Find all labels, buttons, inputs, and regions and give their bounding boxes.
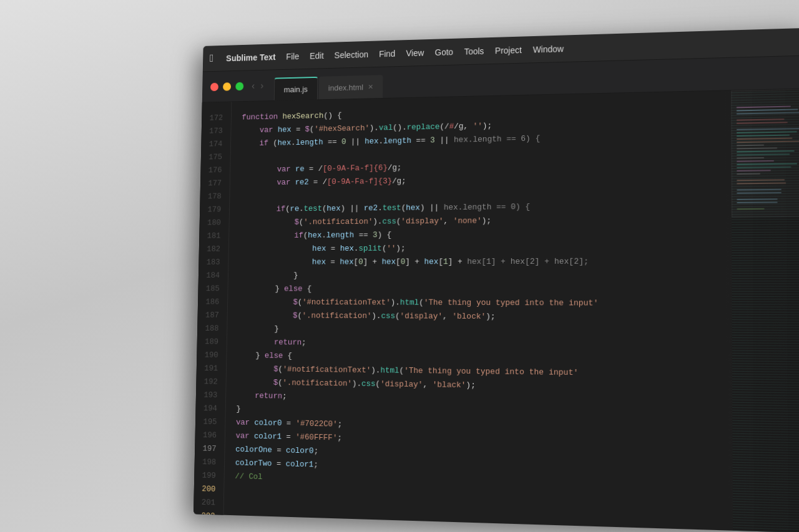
code-content[interactable]: function hexSearch() { var hex = $('#hex… — [223, 90, 733, 531]
traffic-lights — [210, 82, 243, 91]
line-number: 181 — [199, 230, 220, 243]
menu-goto[interactable]: Goto — [435, 47, 454, 57]
code-line-182: hex = hex.split(''); — [239, 240, 732, 256]
line-number: 197 — [195, 442, 217, 456]
line-number: 172 — [202, 112, 223, 125]
minimap-viewport — [731, 89, 799, 217]
close-button[interactable] — [210, 82, 218, 91]
line-number: 182 — [199, 243, 220, 256]
line-number: 185 — [198, 283, 220, 296]
laptop-frame:  Sublime Text File Edit Selection Find … — [0, 0, 799, 532]
minimap[interactable] — [731, 89, 799, 532]
line-number: 191 — [197, 362, 218, 375]
menu-file[interactable]: File — [286, 51, 299, 61]
editor-area: 172 173 174 175 176 177 178 179 180 181 … — [194, 89, 799, 532]
menu-project[interactable]: Project — [495, 45, 522, 56]
screen:  Sublime Text File Edit Selection Find … — [194, 28, 799, 532]
line-number: 199 — [194, 469, 216, 483]
back-arrow-icon[interactable]: ‹ — [252, 80, 255, 91]
code-line-185: } else { — [238, 283, 732, 297]
nav-arrows: ‹ › — [252, 80, 263, 91]
menu-view[interactable]: View — [406, 47, 424, 57]
menu-sublime-text[interactable]: Sublime Text — [226, 52, 276, 62]
maximize-button[interactable] — [235, 82, 243, 90]
code-line-184: } — [238, 269, 732, 283]
minimize-button[interactable] — [223, 82, 231, 91]
line-number: 179 — [200, 203, 221, 216]
line-number: 187 — [197, 309, 219, 322]
line-number: 183 — [199, 256, 220, 269]
line-number: 201 — [194, 496, 215, 510]
tab-label-index-html: index.html — [328, 82, 363, 92]
menu-find[interactable]: Find — [379, 49, 395, 59]
forward-arrow-icon[interactable]: › — [260, 80, 263, 90]
tab-label-main-js: main.js — [283, 84, 308, 94]
apple-icon:  — [210, 52, 213, 65]
code-line-183: hex = hex[0] + hex[0] + hex[1] + hex[1] … — [239, 254, 732, 269]
menu-window[interactable]: Window — [533, 44, 564, 54]
line-number: 203 — [194, 523, 215, 532]
line-number: 175 — [201, 151, 222, 164]
line-number: 176 — [200, 164, 222, 177]
line-number: 189 — [197, 336, 219, 349]
tab-bar: main.js index.html ✕ — [273, 67, 383, 100]
line-number: 194 — [195, 402, 217, 415]
line-number: 196 — [195, 428, 217, 442]
tab-close-icon[interactable]: ✕ — [368, 83, 373, 91]
tab-main-js[interactable]: main.js — [273, 77, 318, 100]
line-number: 186 — [198, 296, 220, 309]
line-number: 177 — [200, 177, 222, 190]
menu-selection[interactable]: Selection — [334, 49, 368, 60]
line-number: 192 — [196, 375, 218, 389]
menu-tools[interactable]: Tools — [464, 46, 484, 57]
line-number: 184 — [199, 269, 220, 283]
line-number: 202 — [194, 509, 215, 523]
code-line-187: $('.notification').css('display', 'block… — [238, 309, 732, 325]
line-number: 188 — [197, 322, 219, 336]
line-number: 178 — [200, 190, 221, 203]
line-number: 193 — [196, 389, 218, 402]
line-number: 174 — [201, 138, 222, 152]
menu-edit[interactable]: Edit — [310, 51, 324, 60]
line-number: 190 — [197, 349, 218, 362]
tab-index-html[interactable]: index.html ✕ — [319, 75, 383, 99]
line-number: 200 — [194, 482, 216, 496]
line-number: 198 — [194, 455, 216, 469]
line-number: 195 — [195, 415, 217, 429]
line-number: 180 — [199, 216, 220, 230]
line-number: 173 — [202, 125, 223, 138]
